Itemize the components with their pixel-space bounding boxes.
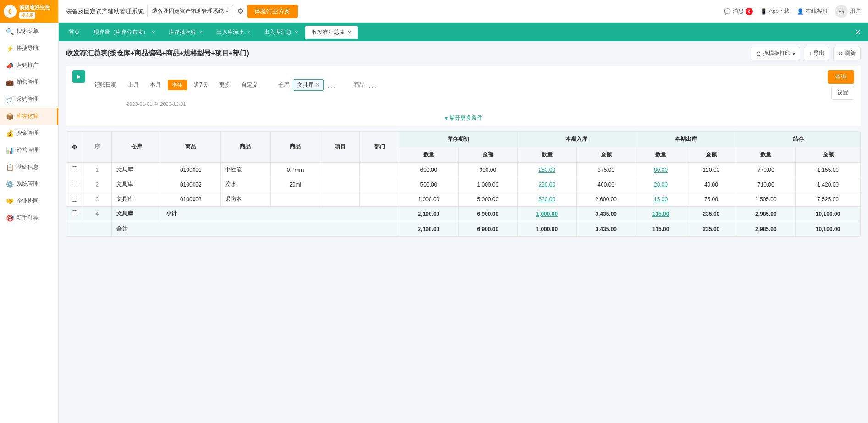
tab-home[interactable]: 首页: [62, 26, 86, 39]
tab-recv-send-summary[interactable]: 收发存汇总表✕: [305, 26, 358, 39]
query-btn[interactable]: 查询: [828, 70, 854, 84]
sidebar-item-basic[interactable]: 📋基础信息: [0, 159, 58, 176]
sub-opening-qty: 2,100.00: [399, 207, 458, 221]
sub-checkbox[interactable]: [66, 207, 83, 221]
row-goods-code: 0100002: [161, 177, 221, 192]
refresh-btn[interactable]: ↻ 刷新: [833, 47, 861, 60]
col-out-qty-header: 数量: [636, 147, 686, 163]
warehouse-tag-close[interactable]: ✕: [315, 82, 320, 88]
tab-close-inout-flow[interactable]: ✕: [247, 30, 250, 35]
sidebar-icon-inventory: 📦: [6, 113, 14, 120]
sidebar-item-marketing[interactable]: 📣营销推广: [0, 57, 58, 74]
user-item[interactable]: Ea 用户: [835, 5, 861, 18]
sidebar-item-search[interactable]: 🔍搜索菜单: [0, 23, 58, 40]
tab-inout-flow[interactable]: 出入库流水✕: [210, 26, 257, 39]
settings-btn[interactable]: 设置: [831, 86, 854, 100]
tab-inout-summary[interactable]: 出入库汇总✕: [258, 26, 304, 39]
topbar: 装备及固定资产辅助管理系统 装备及固定资产辅助管理系统 ▾ ⚙ 体验行业方案 💬…: [59, 0, 868, 23]
col-closing-qty-header: 数量: [736, 147, 796, 163]
expand-more-btn[interactable]: ▾ 展开更多条件: [445, 114, 482, 122]
row-department: [360, 163, 399, 177]
sidebar-item-inventory[interactable]: 📦库存核算: [0, 108, 58, 125]
system-dropdown[interactable]: 装备及固定资产辅助管理系统 ▾: [147, 5, 233, 17]
tab-label-inout-flow: 出入库流水: [216, 28, 244, 36]
total-out-amt: 235.00: [686, 221, 736, 237]
goods-more[interactable]: ...: [368, 80, 378, 90]
row-project: [321, 177, 360, 192]
try-btn[interactable]: 体验行业方案: [247, 5, 298, 18]
row-out-qty[interactable]: 20.00: [636, 177, 686, 192]
tab-label-stock-dist: 现存量（库存分布表）: [94, 28, 149, 36]
date-shortcuts: 上月本月本年近7天更多自定义: [124, 80, 262, 90]
sidebar-item-quicknav[interactable]: ⚡快捷导航: [0, 40, 58, 57]
sub-warehouse: 文具库: [111, 207, 161, 221]
sidebar-icon-operations: 📊: [6, 147, 14, 154]
col-settings-header[interactable]: ⚙: [66, 132, 83, 163]
template-print-btn[interactable]: 🖨 换模板打印 ▾: [751, 47, 800, 60]
date-btn-this-month[interactable]: 本月: [146, 80, 165, 90]
date-btn-last7[interactable]: 近7天: [190, 80, 212, 90]
app-download-item[interactable]: 📱 App下载: [760, 7, 790, 15]
sidebar-label-search: 搜索菜单: [17, 27, 39, 35]
row-in-amt: 2,600.00: [576, 192, 636, 207]
row-checkbox[interactable]: [66, 163, 83, 177]
date-btn-this-year[interactable]: 本年: [168, 80, 187, 90]
tab-batch-account[interactable]: 库存批次账✕: [162, 26, 209, 39]
table-row: 1 文具库 0100001 中性笔 0.7mm 600.00 900.00 25…: [66, 163, 861, 177]
notifications-item[interactable]: 💬 消息 6: [724, 7, 753, 15]
row-checkbox[interactable]: [66, 177, 83, 192]
col-project-header: 项目: [321, 132, 360, 163]
sub-closing-amt: 10,100.00: [796, 207, 861, 221]
row-out-qty[interactable]: 15.00: [636, 192, 686, 207]
tab-close-batch-account[interactable]: ✕: [199, 30, 203, 35]
row-closing-qty: 1,505.00: [736, 192, 796, 207]
warehouse-more[interactable]: ...: [327, 80, 337, 90]
sidebar-label-sales: 销售管理: [17, 78, 39, 86]
gear-icon: ⚙: [72, 144, 77, 150]
notifications-badge: 6: [746, 8, 753, 15]
sidebar-item-newbie[interactable]: 🎯新手引导: [0, 209, 58, 226]
date-btn-prev-month[interactable]: 上月: [124, 80, 143, 90]
row-goods-name: 胶水: [221, 177, 271, 192]
total-closing-qty: 2,985.00: [736, 221, 796, 237]
export-btn[interactable]: ↑ 导出: [804, 47, 829, 60]
row-goods-name: 中性笔: [221, 163, 271, 177]
tab-close-recv-send-summary[interactable]: ✕: [348, 30, 351, 35]
row-checkbox[interactable]: [66, 192, 83, 207]
tab-close-stock-dist[interactable]: ✕: [151, 30, 155, 35]
subtotal-row: 4 文具库 小计 2,100.00 6,900.00 1,000.00 3,43…: [66, 207, 861, 221]
total-in-qty: 1,000.00: [517, 221, 576, 237]
sidebar-icon-purchase: 🛒: [6, 96, 14, 103]
date-btn-more[interactable]: 更多: [215, 80, 234, 90]
logo-text: 畅捷通好生意 标准版: [19, 4, 50, 19]
sidebar-item-system[interactable]: ⚙️系统管理: [0, 176, 58, 192]
row-opening-amt: 1,000.00: [458, 177, 517, 192]
total-in-amt: 3,435.00: [576, 221, 636, 237]
sidebar-icon-quicknav: ⚡: [6, 45, 14, 52]
tab-label-recv-send-summary: 收发存汇总表: [312, 28, 345, 36]
row-in-qty[interactable]: 520.00: [517, 192, 576, 207]
row-opening-amt: 5,000.00: [458, 192, 517, 207]
filter-expand-btn[interactable]: ▶: [72, 70, 85, 83]
sub-in-qty[interactable]: 1,000.00: [517, 207, 576, 221]
sidebar-label-operations: 经营管理: [17, 146, 39, 154]
sidebar-item-purchase[interactable]: 🛒采购管理: [0, 91, 58, 108]
tab-close-inout-summary[interactable]: ✕: [294, 30, 298, 35]
sidebar-item-enterprise[interactable]: 🤝企业协同: [0, 192, 58, 209]
sub-out-qty[interactable]: 115.00: [636, 207, 686, 221]
online-service-item[interactable]: 👤 在线客服: [797, 7, 828, 15]
download-icon: 📱: [760, 8, 767, 15]
settings-icon[interactable]: ⚙: [237, 7, 243, 16]
date-btn-custom[interactable]: 自定义: [237, 80, 262, 90]
row-out-qty[interactable]: 80.00: [636, 163, 686, 177]
tabbar: 首页现存量（库存分布表）✕库存批次账✕出入库流水✕出入库汇总✕收发存汇总表✕ ✕: [59, 23, 868, 41]
sidebar-item-operations[interactable]: 📊经营管理: [0, 142, 58, 159]
row-out-amt: 120.00: [686, 163, 736, 177]
tab-stock-dist[interactable]: 现存量（库存分布表）✕: [87, 26, 161, 39]
sidebar-item-finance[interactable]: 💰资金管理: [0, 125, 58, 142]
row-in-qty[interactable]: 250.00: [517, 163, 576, 177]
sidebar-item-sales[interactable]: 💼销售管理: [0, 74, 58, 91]
sidebar-label-purchase: 采购管理: [17, 95, 39, 103]
row-in-qty[interactable]: 230.00: [517, 177, 576, 192]
tabbar-close-btn[interactable]: ✕: [851, 26, 864, 38]
